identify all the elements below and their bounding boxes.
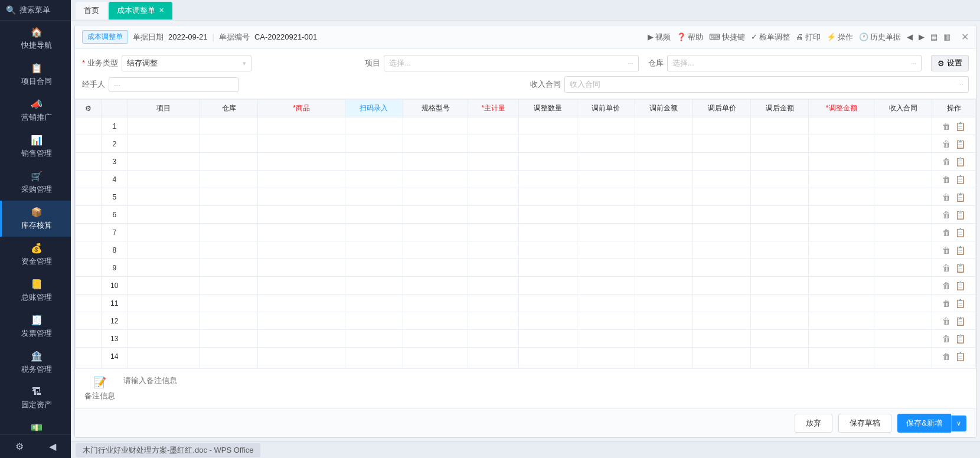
data-cell[interactable] <box>403 259 468 277</box>
data-cell[interactable] <box>809 277 874 295</box>
data-cell[interactable] <box>345 171 403 188</box>
data-cell[interactable] <box>809 365 874 369</box>
data-cell[interactable] <box>809 206 874 224</box>
close-window-btn[interactable]: ✕ <box>961 31 969 42</box>
data-cell[interactable] <box>403 330 468 348</box>
data-cell[interactable] <box>874 277 932 295</box>
sidebar-item-project-contract[interactable]: 📋 项目合同 <box>0 57 71 93</box>
data-cell[interactable] <box>403 348 468 365</box>
sidebar-item-inventory[interactable]: 📦 库存核算 <box>0 201 71 237</box>
data-cell[interactable] <box>635 206 692 224</box>
copy-row-btn[interactable]: 📋 <box>954 174 966 185</box>
data-cell[interactable] <box>200 295 258 312</box>
data-cell[interactable] <box>519 365 577 369</box>
data-cell[interactable] <box>577 153 635 171</box>
copy-row-btn[interactable]: 📋 <box>954 297 966 309</box>
data-cell[interactable] <box>345 135 403 153</box>
data-cell[interactable] <box>258 277 345 295</box>
data-cell[interactable] <box>200 241 258 259</box>
taskbar-item[interactable]: 木门行业好业财处理方案-墨红红.doc - WPS Office <box>76 443 260 457</box>
data-cell[interactable] <box>519 259 577 277</box>
data-cell[interactable] <box>519 224 577 241</box>
data-cell[interactable] <box>874 259 932 277</box>
data-cell[interactable] <box>345 224 403 241</box>
data-cell[interactable] <box>635 277 692 295</box>
col-product-header[interactable]: *商品 <box>258 100 345 117</box>
data-cell[interactable] <box>468 117 519 135</box>
data-cell[interactable] <box>874 295 932 312</box>
copy-row-btn[interactable]: 📋 <box>954 368 966 369</box>
data-cell[interactable] <box>693 365 751 369</box>
data-cell[interactable] <box>693 241 751 259</box>
data-cell[interactable] <box>403 171 468 188</box>
data-cell[interactable] <box>874 188 932 206</box>
data-cell[interactable] <box>258 224 345 241</box>
data-cell[interactable] <box>577 224 635 241</box>
col-income-contract-header[interactable]: 收入合同 <box>874 100 932 117</box>
data-cell[interactable] <box>577 188 635 206</box>
nav-prev-btn[interactable]: ◀ <box>907 32 913 41</box>
data-cell[interactable] <box>258 171 345 188</box>
data-cell[interactable] <box>519 135 577 153</box>
data-cell[interactable] <box>468 312 519 330</box>
data-cell[interactable] <box>874 348 932 365</box>
toolbar-help-btn[interactable]: ❓ 帮助 <box>677 32 703 42</box>
data-cell[interactable] <box>345 241 403 259</box>
data-cell[interactable] <box>577 277 635 295</box>
delete-row-btn[interactable]: 🗑 <box>941 174 952 185</box>
toolbar-check-btn[interactable]: ✓ 检单调整 <box>751 32 790 42</box>
data-cell[interactable] <box>751 312 809 330</box>
data-cell[interactable] <box>874 365 932 369</box>
data-cell[interactable] <box>635 135 692 153</box>
data-cell[interactable] <box>128 330 200 348</box>
data-cell[interactable] <box>751 206 809 224</box>
data-cell[interactable] <box>128 259 200 277</box>
copy-row-btn[interactable]: 📋 <box>954 280 966 292</box>
data-cell[interactable] <box>403 135 468 153</box>
data-cell[interactable] <box>128 206 200 224</box>
data-cell[interactable] <box>577 365 635 369</box>
save-draft-button[interactable]: 保存草稿 <box>838 414 891 433</box>
data-cell[interactable] <box>519 330 577 348</box>
tab-cost-adjust[interactable]: 成本调整单 ✕ <box>109 2 172 19</box>
copy-row-btn[interactable]: 📋 <box>954 209 966 221</box>
data-cell[interactable] <box>874 312 932 330</box>
data-cell[interactable] <box>635 188 692 206</box>
delete-row-btn[interactable]: 🗑 <box>941 262 952 274</box>
data-cell[interactable] <box>874 241 932 259</box>
agent-input[interactable]: ··· <box>109 77 239 92</box>
data-cell[interactable] <box>345 206 403 224</box>
data-cell[interactable] <box>258 312 345 330</box>
data-cell[interactable] <box>468 330 519 348</box>
data-cell[interactable] <box>809 153 874 171</box>
data-cell[interactable] <box>693 312 751 330</box>
warehouse-input[interactable]: 选择... ··· <box>667 55 922 71</box>
data-cell[interactable] <box>809 188 874 206</box>
data-cell[interactable] <box>128 277 200 295</box>
data-cell[interactable] <box>128 171 200 188</box>
data-cell[interactable] <box>751 277 809 295</box>
tab-close-btn[interactable]: ✕ <box>159 6 164 14</box>
data-cell[interactable] <box>635 153 692 171</box>
data-cell[interactable] <box>258 153 345 171</box>
data-cell[interactable] <box>345 348 403 365</box>
project-input[interactable]: 选择... ··· <box>384 55 638 71</box>
data-cell[interactable] <box>345 312 403 330</box>
data-cell[interactable] <box>258 188 345 206</box>
remark-icon-btn[interactable]: 📝 备注信息 <box>82 374 117 404</box>
data-cell[interactable] <box>809 348 874 365</box>
data-cell[interactable] <box>258 365 345 369</box>
data-cell[interactable] <box>577 348 635 365</box>
data-cell[interactable] <box>468 295 519 312</box>
delete-row-btn[interactable]: 🗑 <box>941 368 952 369</box>
data-cell[interactable] <box>874 117 932 135</box>
copy-row-btn[interactable]: 📋 <box>954 262 966 274</box>
data-cell[interactable] <box>258 295 345 312</box>
data-cell[interactable] <box>468 135 519 153</box>
data-cell[interactable] <box>519 277 577 295</box>
copy-row-btn[interactable]: 📋 <box>954 244 966 256</box>
data-cell[interactable] <box>635 171 692 188</box>
data-cell[interactable] <box>693 188 751 206</box>
col-adj-qty-header[interactable]: 调整数量 <box>519 100 577 117</box>
data-cell[interactable] <box>200 206 258 224</box>
